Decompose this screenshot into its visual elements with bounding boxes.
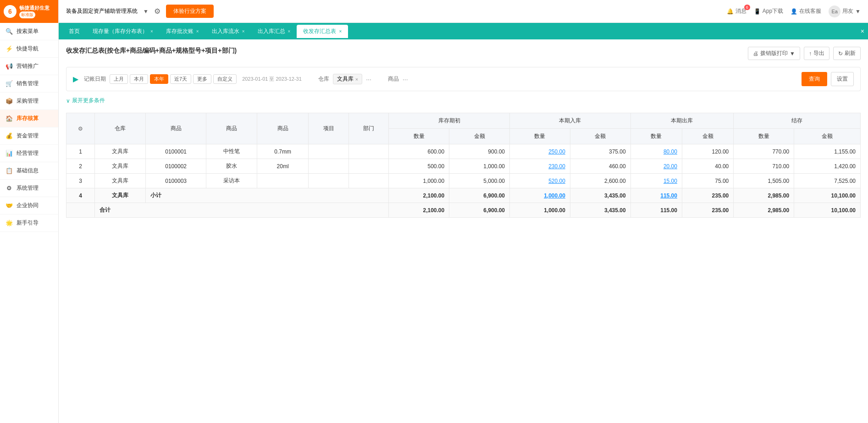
- chevron-down-icon: ▼: [790, 50, 795, 57]
- system-dropdown[interactable]: ▼: [143, 8, 149, 15]
- print-button[interactable]: 🖨 拨销版打印 ▼: [748, 47, 800, 60]
- date-btn-more[interactable]: 更多: [193, 74, 211, 84]
- warehouse-filter-dots[interactable]: ···: [366, 76, 371, 83]
- sidebar-item-inventory[interactable]: 🏠 库存核算: [0, 110, 58, 127]
- system-icon: ⚙: [6, 185, 13, 192]
- date-range-display: 2023-01-01 至 2023-12-31: [242, 76, 302, 82]
- tab-inout-flow-close[interactable]: ×: [242, 29, 245, 34]
- tab-receive-summary-close[interactable]: ×: [339, 29, 342, 34]
- row-warehouse: 文具库: [95, 144, 146, 159]
- tab-stock-close[interactable]: ×: [150, 29, 153, 34]
- tab-stock[interactable]: 现存量（库存分布表） ×: [86, 25, 160, 38]
- sidebar-item-enterprise[interactable]: 🤝 企业协同: [0, 197, 58, 214]
- messages-button[interactable]: 🔔 6 消息: [727, 7, 746, 15]
- sidebar-item-label: 采购管理: [17, 97, 39, 105]
- online-support-button[interactable]: 👤 在线客服: [791, 7, 821, 15]
- subtotal-warehouse: 文具库: [95, 188, 146, 203]
- refresh-button[interactable]: ↻ 刷新: [833, 47, 861, 60]
- row-name: 采访本: [206, 174, 257, 188]
- tabs-close-all-button[interactable]: ×: [861, 27, 864, 35]
- sidebar-item-sales[interactable]: 🛒 销售管理: [0, 75, 58, 93]
- date-btn-last-month[interactable]: 上月: [110, 74, 128, 84]
- settings-button[interactable]: 设置: [831, 72, 854, 86]
- sidebar-item-purchase[interactable]: 📦 采购管理: [0, 93, 58, 110]
- topbar-left: 装备及固定资产辅助管理系统 ▼ ⚙ 体验行业方案: [66, 5, 214, 18]
- date-btn-7days[interactable]: 近7天: [170, 74, 191, 84]
- sidebar-item-basic[interactable]: 📋 基础信息: [0, 162, 58, 180]
- row-bal-qty: 770.00: [734, 144, 794, 159]
- goods-filter-dots[interactable]: ···: [403, 76, 408, 83]
- th-opening-stock: 库存期初: [389, 113, 510, 129]
- sales-icon: 🛒: [6, 80, 13, 88]
- trial-button[interactable]: 体验行业方案: [166, 5, 214, 18]
- row-in-qty[interactable]: 250.00: [510, 144, 570, 159]
- refresh-icon: ↻: [838, 50, 843, 57]
- row-out-amt: 75.00: [682, 174, 733, 188]
- row-warehouse: 文具库: [95, 159, 146, 174]
- app-download-button[interactable]: 📱 App下载: [754, 7, 783, 15]
- query-actions: 查询 设置: [802, 72, 854, 86]
- quick-nav-icon: ⚡: [6, 45, 13, 53]
- row-open-qty: 600.00: [389, 144, 449, 159]
- row-in-amt: 460.00: [570, 159, 630, 174]
- warehouse-tag-close[interactable]: ×: [355, 77, 358, 82]
- logo-text: 畅捷通好生意 标准版: [19, 5, 50, 18]
- table-row: 2 文具库 0100002 胶水 20ml 500.00 1,000.00 23…: [66, 159, 861, 174]
- sidebar-item-system[interactable]: ⚙ 系统管理: [0, 180, 58, 197]
- topbar: 装备及固定资产辅助管理系统 ▼ ⚙ 体验行业方案 🔔 6 消息 📱 App下载 …: [59, 0, 868, 23]
- subtotal-out-qty[interactable]: 115.00: [630, 188, 682, 203]
- row-name: 中性笔: [206, 144, 257, 159]
- tab-batch-close[interactable]: ×: [196, 29, 199, 34]
- filter-collapse-button[interactable]: ▶: [73, 75, 78, 83]
- tab-inout-summary-close[interactable]: ×: [288, 29, 291, 34]
- sidebar-item-operation[interactable]: 📊 经营管理: [0, 145, 58, 162]
- warehouse-filter-tag[interactable]: 文具库 ×: [333, 74, 362, 84]
- sidebar-item-guide[interactable]: 🌟 新手引导: [0, 214, 58, 232]
- row-out-qty[interactable]: 15.00: [630, 174, 682, 188]
- sidebar-item-finance[interactable]: 💰 资金管理: [0, 127, 58, 145]
- row-open-amt: 1,000.00: [449, 159, 510, 174]
- row-open-amt: 900.00: [449, 144, 510, 159]
- th-dept: 部门: [348, 113, 389, 144]
- settings-gear-icon[interactable]: ⚙: [154, 7, 160, 16]
- row-in-qty[interactable]: 230.00: [510, 159, 570, 174]
- subtotal-out-amt: 235.00: [682, 188, 733, 203]
- tab-receive-summary[interactable]: 收发存汇总表 ×: [297, 25, 348, 38]
- sidebar-item-search[interactable]: 🔍 搜索菜单: [0, 23, 58, 40]
- th-settings[interactable]: ⚙: [66, 113, 95, 144]
- warehouse-filter-group: 仓库 文具库 × ···: [318, 74, 371, 84]
- page-title: 收发存汇总表(按仓库+商品编码+商品+规格型号+项目+部门): [66, 47, 237, 55]
- query-button[interactable]: 查询: [802, 72, 827, 86]
- tab-inout-summary[interactable]: 出入库汇总 ×: [251, 25, 297, 38]
- date-btn-this-month[interactable]: 本月: [130, 74, 148, 84]
- sidebar-item-marketing[interactable]: 📢 营销推广: [0, 58, 58, 75]
- tab-batch[interactable]: 库存批次账 ×: [160, 25, 205, 38]
- subtotal-open-amt: 6,900.00: [449, 188, 510, 203]
- th-warehouse: 仓库: [95, 113, 146, 144]
- date-btn-custom[interactable]: 自定义: [213, 74, 237, 84]
- sidebar-nav: 🔍 搜索菜单 ⚡ 快捷导航 📢 营销推广 🛒 销售管理 📦 采购管理 🏠 库存核…: [0, 23, 58, 423]
- row-in-qty[interactable]: 520.00: [510, 174, 570, 188]
- total-open-amt: 6,900.00: [449, 203, 510, 218]
- export-button[interactable]: ↑ 导出: [804, 47, 829, 60]
- finance-icon: 💰: [6, 132, 13, 140]
- tab-stock-label: 现存量（库存分布表）: [93, 27, 148, 35]
- subtotal-in-qty[interactable]: 1,000.00: [510, 188, 570, 203]
- row-code: 0100001: [146, 144, 206, 159]
- row-num: 2: [66, 159, 95, 174]
- user-menu[interactable]: Ea 用友 ▼: [829, 5, 861, 17]
- system-name: 装备及固定资产辅助管理系统: [66, 7, 138, 15]
- tab-home[interactable]: 首页: [62, 25, 86, 38]
- date-btn-this-year[interactable]: 本年: [150, 74, 168, 84]
- row-out-qty[interactable]: 80.00: [630, 144, 682, 159]
- row-out-qty[interactable]: 20.00: [630, 159, 682, 174]
- phone-icon: 📱: [754, 8, 761, 15]
- subtotal-bal-qty: 2,985.00: [734, 188, 794, 203]
- column-settings-icon[interactable]: ⚙: [78, 126, 83, 132]
- user-avatar: Ea: [829, 5, 840, 17]
- sidebar-item-quick[interactable]: ⚡ 快捷导航: [0, 40, 58, 58]
- content-area: 收发存汇总表(按仓库+商品编码+商品+规格型号+项目+部门) 🖨 拨销版打印 ▼…: [59, 39, 868, 423]
- tab-inout-flow[interactable]: 出入库流水 ×: [205, 25, 251, 38]
- expand-conditions-button[interactable]: ∨ 展开更多条件: [66, 97, 861, 104]
- subtotal-row: 4 文具库 小计 2,100.00 6,900.00 1,000.00 3,43…: [66, 188, 861, 203]
